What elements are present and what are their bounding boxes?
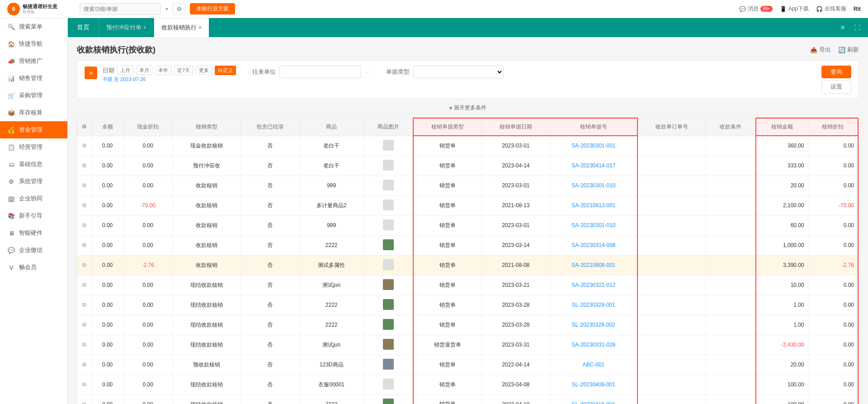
cell-settings[interactable]: ⚙ [77, 275, 92, 295]
settings-button[interactable]: 设置 [821, 80, 851, 94]
cell-settings[interactable]: ⚙ [77, 255, 92, 275]
cell-hx-bill-no[interactable]: SL-20230328-002 [550, 315, 637, 335]
query-button[interactable]: 查询 [821, 66, 851, 78]
tab-active[interactable]: 收款核销执行 × [154, 18, 209, 37]
cell-sk-bill-no [637, 355, 706, 375]
tab-close-button[interactable]: × [837, 22, 848, 33]
cell-hx-bill-no[interactable]: SA-20210813-001 [550, 195, 637, 215]
cell-product: 999 [299, 215, 363, 235]
cell-product: 999 [299, 176, 363, 195]
sidebar-item-purchase[interactable]: 🛒 采购管理 [0, 87, 67, 104]
settings-icon[interactable]: ⚙ [173, 3, 185, 15]
cell-hx-bill-type: 销货单 [413, 375, 481, 394]
export-button[interactable]: 📤 导出 [810, 46, 831, 54]
sidebar-item-marketing[interactable]: 📣 营销推广 [0, 52, 67, 70]
sidebar-item-guide[interactable]: 📚 新手引导 [0, 207, 67, 224]
date-this-month-btn[interactable]: 本月 [136, 66, 152, 75]
sidebar-item-member[interactable]: V 畅会员 [0, 259, 67, 276]
cell-settings[interactable]: ⚙ [77, 315, 92, 335]
date-last-month-btn[interactable]: 上月 [117, 66, 133, 75]
cell-hx-bill-no[interactable]: SA-20230301-010 [550, 215, 637, 235]
cell-hx-discount: 0.00 [808, 295, 858, 315]
cell-settings[interactable]: ⚙ [77, 355, 92, 375]
sidebar-item-base[interactable]: 🗂 基础信息 [0, 156, 67, 173]
cell-settings[interactable]: ⚙ [77, 136, 92, 156]
cell-hx-type: 收款核销 [173, 195, 241, 215]
online-service-button[interactable]: 🎧 在线客服 [816, 5, 846, 13]
col-header-hx-discount: 核销折扣 [808, 118, 858, 136]
cell-product-img [363, 394, 414, 404]
sidebar-item-finance[interactable]: 💰 资金管理 [0, 121, 67, 138]
sidebar-icon-system: ⚙ [7, 178, 15, 185]
cell-settings[interactable]: ⚙ [77, 215, 92, 235]
top-search-input[interactable] [80, 6, 160, 12]
cell-settings[interactable]: ⚙ [77, 156, 92, 176]
sidebar-label-system: 系统管理 [19, 177, 42, 185]
cell-hx-bill-no[interactable]: SA-20210808-001 [550, 255, 637, 275]
cell-hx-type: 收款核销 [173, 255, 241, 275]
sidebar-item-search[interactable]: 🔍 搜索菜单 [0, 18, 67, 35]
cell-settings[interactable]: ⚙ [77, 394, 92, 404]
cell-hx-bill-no[interactable]: SA-20230331-026 [550, 335, 637, 355]
sidebar-item-enterprise[interactable]: 🏢 企业协同 [0, 190, 67, 207]
cell-product: 衣服00001 [299, 375, 363, 394]
date-more-btn[interactable]: 更多 [196, 66, 212, 75]
cell-settings[interactable]: ⚙ [77, 235, 92, 255]
cell-hx-bill-no[interactable]: SL-20230418-001 [550, 394, 637, 404]
sidebar-item-system[interactable]: ⚙ 系统管理 [0, 173, 67, 190]
sidebar-item-operations[interactable]: 📋 经营管理 [0, 138, 67, 156]
cell-hx-bill-date: 2023-03-21 [482, 275, 550, 295]
sidebar-label-marketing: 营销推广 [19, 57, 42, 65]
cell-hx-amount: 2,100.00 [756, 195, 808, 215]
tab-prepay-close[interactable]: × [143, 24, 146, 31]
tab-home[interactable]: 首页 [68, 18, 99, 37]
cell-hx-bill-no[interactable]: SL-20230408-001 [550, 375, 637, 394]
cell-baohan: 否 [241, 215, 299, 235]
cell-hx-bill-date: 2023-04-18 [482, 394, 550, 404]
tab-active-close[interactable]: × [198, 24, 202, 31]
filter-expand-button[interactable]: » [85, 67, 97, 79]
refresh-button[interactable]: 🔄 刷新 [838, 46, 859, 54]
message-button[interactable]: 💬 消息 99+ [739, 5, 773, 13]
date-this-year-btn[interactable]: 本年 [155, 66, 171, 75]
sidebar-item-hardware[interactable]: 🖥 智能硬件 [0, 224, 67, 242]
tab-prepay[interactable]: 预付冲应付单 × [99, 18, 154, 37]
cell-product: 多计量商品2 [299, 195, 363, 215]
expand-more-button[interactable]: ▾ 展开更多条件 [77, 102, 859, 114]
cell-hx-bill-type: 销货单 [413, 355, 481, 375]
sidebar-icon-wechat: 💬 [7, 247, 15, 254]
cell-hx-amount: 20.00 [756, 176, 808, 195]
cell-settings[interactable]: ⚙ [77, 295, 92, 315]
cell-hx-bill-no[interactable]: SA-20230321-012 [550, 275, 637, 295]
sidebar-item-sales[interactable]: 📊 销售管理 [0, 70, 67, 87]
cell-settings[interactable]: ⚙ [77, 176, 92, 195]
cell-hx-bill-no[interactable]: SA-20230301-001 [550, 136, 637, 156]
from-unit-input[interactable] [279, 66, 361, 78]
cell-hx-bill-no[interactable]: SL-20230328-001 [550, 295, 637, 315]
top-dropdown-arrow[interactable]: ▾ [165, 6, 168, 12]
user-name[interactable]: Rit [854, 6, 861, 12]
date-7days-btn[interactable]: 近7天 [174, 66, 193, 75]
date-custom-btn[interactable]: 自定义 [215, 66, 236, 75]
sidebar-item-wechat[interactable]: 💬 企业微信 [0, 242, 67, 259]
cell-settings[interactable]: ⚙ [77, 195, 92, 215]
cell-settings[interactable]: ⚙ [77, 375, 92, 394]
col-header-settings: ⚙ [77, 118, 92, 136]
table-row: ⚙ 0.00 -2.76 收款核销 否 测试多属性 销货单 2021-08-08… [77, 255, 858, 275]
cell-product: 老白干 [299, 156, 363, 176]
cell-hx-discount: 0.00 [808, 335, 858, 355]
cell-settings[interactable]: ⚙ [77, 335, 92, 355]
bill-type-select[interactable] [413, 66, 504, 78]
tab-expand-button[interactable]: ⛶ [852, 22, 863, 33]
cell-hx-bill-no[interactable]: ABC-001 [550, 355, 637, 375]
cell-hx-bill-no[interactable]: SA-20230301-010 [550, 176, 637, 195]
cell-hx-bill-no[interactable]: SA-20230314-008 [550, 235, 637, 255]
cell-product: 2222 [299, 394, 363, 404]
sidebar-item-quick-nav[interactable]: 🏠 快捷导航 [0, 35, 67, 52]
cell-hx-bill-type: 销货单 [413, 255, 481, 275]
app-download-button[interactable]: 📱 App下载 [780, 5, 809, 13]
message-label: 消息 [748, 5, 759, 13]
industry-solution-button[interactable]: 体验行业方案 [190, 3, 235, 14]
cell-hx-bill-no[interactable]: SA-20230414-017 [550, 156, 637, 176]
sidebar-item-inventory[interactable]: 📦 库存核算 [0, 104, 67, 121]
